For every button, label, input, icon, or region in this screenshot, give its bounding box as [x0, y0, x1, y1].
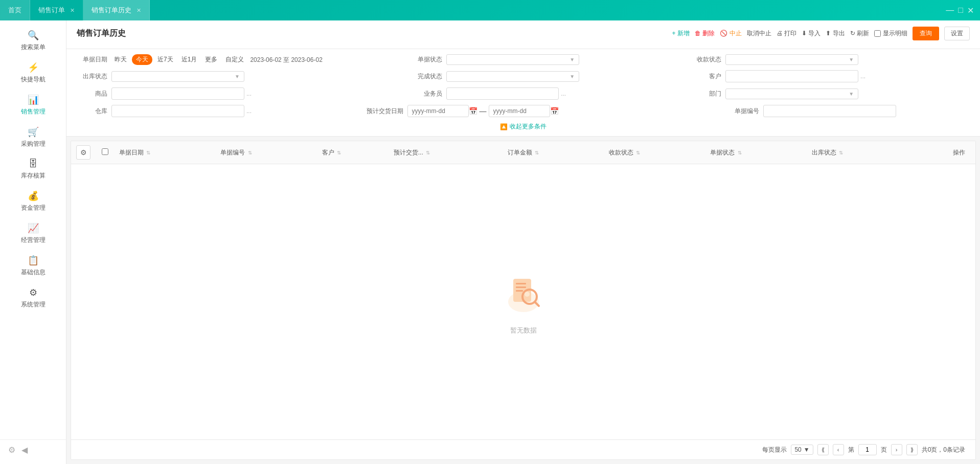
col-payment-status-sort[interactable]: ⇅: [636, 150, 640, 156]
sidebar-item-sales-mgmt[interactable]: 📊 销售管理: [0, 89, 66, 121]
sidebar-item-finance[interactable]: 💰 资金管理: [0, 185, 66, 217]
col-number-label: 单据编号: [220, 149, 245, 156]
warehouse-status-select[interactable]: ▼: [111, 71, 244, 82]
delivery-date-label: 预计交货日期: [367, 107, 407, 116]
sidebar-item-base-info[interactable]: 📋 基础信息: [0, 250, 66, 282]
col-warehouse-status-sort[interactable]: ⇅: [839, 150, 843, 156]
dept-select[interactable]: ▼: [725, 89, 858, 99]
sidebar-item-quick-nav[interactable]: ⚡ 快捷导航: [0, 57, 66, 89]
tab-sales-order[interactable]: 销售订单 ✕: [30, 0, 83, 20]
prev-page-button[interactable]: ‹: [833, 444, 844, 455]
col-date-sort[interactable]: ⇅: [146, 150, 150, 156]
date-shortcut-custom[interactable]: 自定义: [222, 55, 247, 64]
complete-status-label: 完成状态: [412, 72, 446, 81]
tab-bar: 首页 销售订单 ✕ 销售订单历史 ✕: [0, 0, 940, 20]
doc-status-select[interactable]: ▼: [446, 54, 579, 65]
sidebar-item-search-menu[interactable]: 🔍 搜索菜单: [0, 25, 66, 57]
import-button[interactable]: ⬇ 导入: [802, 29, 821, 38]
payment-status-select[interactable]: ▼: [725, 54, 858, 65]
date-shortcut-yesterday[interactable]: 昨天: [111, 55, 130, 64]
col-number-sort[interactable]: ⇅: [248, 150, 252, 156]
date-separator: —: [480, 107, 487, 115]
delivery-date-end[interactable]: [489, 105, 550, 117]
col-delivery-label: 预计交货...: [394, 149, 423, 156]
topbar-right: — □ ✕: [940, 6, 980, 15]
date-shortcut-today[interactable]: 今天: [132, 54, 152, 65]
stop-button[interactable]: 🚫 中止: [720, 29, 741, 38]
filter-row-4: 仓库 ... 预计交货日期 📅 — 📅 单据编号: [77, 105, 970, 117]
select-all-checkbox[interactable]: [102, 148, 108, 155]
new-button[interactable]: + 新增: [672, 29, 690, 38]
collapse-arrow: 🔼: [500, 123, 508, 130]
sidebar-item-inventory-label: 库存核算: [21, 171, 45, 180]
empty-state: 暂无数据: [71, 164, 975, 439]
filter-row-3: 商品 ... 业务员 ... 部门 ▼: [77, 87, 970, 100]
data-table: ⚙ 单据日期 ⇅ 单据编号 ⇅: [71, 141, 975, 164]
show-detail-checkbox[interactable]: 显示明细: [874, 29, 907, 38]
doc-status-label: 单据状态: [412, 55, 446, 64]
show-detail-input[interactable]: [874, 30, 881, 37]
refresh-button[interactable]: ↻ 刷新: [850, 29, 869, 38]
complete-status-filter-cell: 完成状态 ▼: [412, 71, 691, 82]
tab-sales-order-close[interactable]: ✕: [70, 7, 75, 14]
col-amount-label: 订单金额: [508, 149, 532, 156]
dept-arrow: ▼: [849, 91, 854, 97]
col-warehouse-status-label: 出库状态: [812, 149, 836, 156]
sidebar-item-sys-mgmt[interactable]: ⚙ 系统管理: [0, 282, 66, 314]
salesperson-ellipsis[interactable]: ...: [559, 90, 568, 97]
date-shortcuts-control: 昨天 今天 近7天 近1月 更多 自定义 2023-06-02 至 2023-0…: [111, 54, 412, 65]
per-page-label: 每页显示: [762, 446, 787, 454]
collapse-more[interactable]: 🔼 收起更多条件: [77, 122, 970, 131]
per-page-select[interactable]: 50 ▼: [791, 445, 813, 455]
sidebar-item-inventory[interactable]: 🗄 库存核算: [0, 153, 66, 185]
maximize-icon[interactable]: □: [958, 6, 963, 15]
col-customer-label: 客户: [322, 149, 334, 156]
delivery-date-end-cal[interactable]: 📅: [550, 107, 559, 115]
page-label: 页: [881, 446, 887, 454]
warehouse-ellipsis[interactable]: ...: [244, 107, 254, 115]
tab-sales-order-history[interactable]: 销售订单历史 ✕: [83, 0, 150, 20]
export-button[interactable]: ⬆ 导出: [826, 29, 845, 38]
delete-button[interactable]: 🗑 删除: [695, 29, 715, 38]
date-shortcut-more[interactable]: 更多: [202, 55, 220, 64]
cancel-stop-button[interactable]: 取消中止: [747, 29, 771, 38]
salesperson-input[interactable]: [446, 87, 559, 100]
next-page-button[interactable]: ›: [891, 444, 902, 455]
table-gear-button[interactable]: ⚙: [76, 145, 90, 160]
sidebar-settings-icon[interactable]: ⚙: [8, 445, 15, 455]
warehouse-input[interactable]: [111, 105, 244, 117]
toolbar: + 新增 🗑 删除 🚫 中止 取消中止 🖨 打印 ⬇ 导入 ⬆ 导出 ↻ 刷新 …: [672, 27, 970, 40]
col-amount-sort[interactable]: ⇅: [535, 150, 539, 156]
tab-sales-order-history-close[interactable]: ✕: [136, 7, 141, 14]
close-window-icon[interactable]: ✕: [967, 6, 974, 15]
customer-input[interactable]: [725, 70, 858, 82]
warehouse-status-arrow: ▼: [235, 74, 240, 79]
customer-ellipsis[interactable]: ...: [858, 73, 868, 80]
customer-label: 客户: [691, 72, 725, 81]
product-ellipsis[interactable]: ...: [244, 90, 254, 97]
product-input[interactable]: [111, 87, 244, 100]
print-button[interactable]: 🖨 打印: [777, 29, 796, 38]
page-title-row: 销售订单历史 + 新增 🗑 删除 🚫 中止 取消中止 🖨 打印 ⬇ 导入 ⬆ 导…: [77, 27, 970, 40]
sidebar-item-purchase-mgmt[interactable]: 🛒 采购管理: [0, 121, 66, 153]
sidebar-collapse-icon[interactable]: ◀: [21, 445, 28, 455]
doc-status-filter-cell: 单据状态 ▼: [412, 54, 691, 65]
warehouse-status-label: 出库状态: [77, 72, 111, 81]
first-page-button[interactable]: ⟪: [817, 444, 829, 455]
sidebar-item-operations[interactable]: 📈 经营管理: [0, 217, 66, 250]
doc-number-input[interactable]: [763, 105, 896, 117]
delivery-date-start-cal[interactable]: 📅: [469, 107, 477, 115]
settings-button[interactable]: 设置: [944, 27, 970, 40]
delivery-date-start[interactable]: [407, 105, 469, 117]
date-shortcut-7days[interactable]: 近7天: [154, 55, 176, 64]
last-page-button[interactable]: ⟫: [906, 444, 918, 455]
col-doc-status-sort[interactable]: ⇅: [738, 150, 742, 156]
date-shortcut-1month[interactable]: 近1月: [178, 55, 200, 64]
tab-home[interactable]: 首页: [0, 0, 30, 20]
complete-status-select[interactable]: ▼: [446, 71, 579, 82]
query-button[interactable]: 查询: [913, 27, 939, 40]
current-page-input[interactable]: [858, 444, 877, 455]
col-customer-sort[interactable]: ⇅: [337, 150, 341, 156]
minimize-icon[interactable]: —: [946, 6, 954, 15]
col-delivery-sort[interactable]: ⇅: [426, 150, 430, 156]
